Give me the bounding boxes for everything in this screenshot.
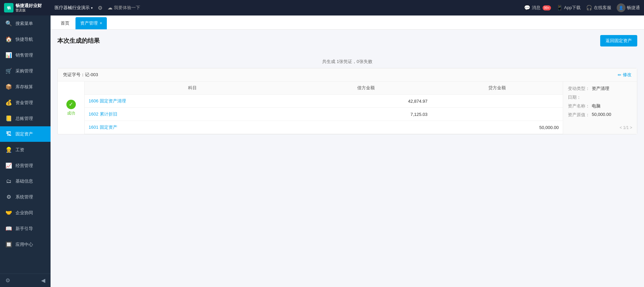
app-download-button[interactable]: 📱 App下载 <box>556 5 581 11</box>
tab-home[interactable]: 首页 <box>56 17 74 29</box>
sidebar-item-quick-nav[interactable]: 🏠 快捷导航 <box>0 31 51 47</box>
ledger-icon: 📒 <box>5 115 12 122</box>
change-type-label: 变动类型： <box>568 86 590 92</box>
sales-icon: 📊 <box>5 52 12 58</box>
subject-cell-1[interactable]: 1602 累计折旧 <box>85 108 300 121</box>
detail-asset-name: 资产名称： 电脑 <box>568 103 632 109</box>
fixed-assets-icon: 🏗 <box>5 131 12 137</box>
voucher-left: ✓ 成功 科目 借方金额 <box>58 82 563 134</box>
edit-voucher-button[interactable]: ✏ 修改 <box>618 72 632 78</box>
phone-icon: 📱 <box>556 5 563 11</box>
debit-cell-1: 7,125.03 <box>300 108 431 121</box>
sidebar: 🔍 搜索菜单 🏠 快捷导航 📊 销售管理 🛒 采购管理 📦 库存核算 💰 资金管… <box>0 15 51 287</box>
tab-close-asset-mgmt[interactable]: × <box>100 21 102 26</box>
guide-icon: 📖 <box>5 225 12 232</box>
quick-nav-icon: 🏠 <box>5 36 12 42</box>
sidebar-item-inventory[interactable]: 📦 库存核算 <box>0 79 51 95</box>
service-icon: 🎧 <box>586 5 592 11</box>
col-debit: 借方金额 <box>300 82 431 95</box>
tabbar: 首页资产管理× <box>51 15 644 30</box>
logo-icon: 畅 <box>4 3 13 12</box>
settings-bottom-icon[interactable]: ⚙ <box>5 277 10 284</box>
change-type-value: 资产清理 <box>592 86 609 92</box>
subject-cell-0[interactable]: 1606 固定资产清理 <box>85 95 300 108</box>
sidebar-item-basic-info[interactable]: 🗂 基础信息 <box>0 173 51 189</box>
guide-label: 新手引导 <box>16 226 33 232</box>
success-text: 成功 <box>67 110 75 116</box>
collapse-icon[interactable]: ◀ <box>41 277 45 284</box>
topbar-settings-icon[interactable]: ⚙ <box>95 3 105 12</box>
asset-name-value: 电脑 <box>592 103 601 109</box>
user-menu[interactable]: 👤 畅捷通 <box>617 3 640 12</box>
messages-button[interactable]: 💬 消息 99+ <box>524 5 551 11</box>
credit-cell-0 <box>432 95 563 108</box>
logo-main: 畅捷通好业财 <box>16 3 42 8</box>
success-circle-icon: ✓ <box>66 100 76 109</box>
sidebar-item-payroll[interactable]: 👷 工资 <box>0 142 51 158</box>
original-value-value: 50,000.00 <box>592 112 611 118</box>
edit-icon: ✏ <box>618 72 621 77</box>
experience-button[interactable]: ☁ 我要体验一下 <box>108 5 140 11</box>
tab-label-home: 首页 <box>61 20 69 26</box>
detail-pagination[interactable]: < 1/1 > <box>568 125 632 130</box>
detail-date: 日期： <box>568 94 632 100</box>
voucher-header: 凭证字号：记-003 ✏ 修改 <box>58 68 637 82</box>
tab-asset-mgmt[interactable]: 资产管理× <box>75 17 107 29</box>
enterprise-label: 企业协同 <box>16 210 33 216</box>
app-logo: 畅 畅捷通好业财 普及版 <box>4 3 55 12</box>
sales-label: 销售管理 <box>16 52 33 58</box>
table-header-row: 科目 借方金额 贷方金额 <box>85 82 563 95</box>
page-content: 本次生成的结果 返回固定资产 共生成 1张凭证，0张失败 凭证字号：记-003 … <box>51 30 644 287</box>
voucher-detail-panel: 变动类型： 资产清理 日期： 资产名称： 电脑 资产原值： <box>563 82 637 134</box>
online-service-button[interactable]: 🎧 在线客服 <box>586 5 611 11</box>
detail-original-value: 资产原值： 50,000.00 <box>568 112 632 118</box>
table-row: 1601 固定资产 50,000.00 <box>85 121 563 134</box>
sidebar-item-operations[interactable]: 📈 经营管理 <box>0 158 51 173</box>
sidebar-item-app-center[interactable]: 🔲 应用中心 <box>0 236 51 252</box>
col-subject: 科目 <box>85 82 300 95</box>
sidebar-item-sales[interactable]: 📊 销售管理 <box>0 47 51 63</box>
purchase-label: 采购管理 <box>16 68 33 74</box>
sidebar-item-purchase[interactable]: 🛒 采购管理 <box>0 63 51 79</box>
sidebar-item-fixed-assets[interactable]: 🏗 固定资产 <box>0 126 51 142</box>
sidebar-item-ledger[interactable]: 📒 总账管理 <box>0 110 51 126</box>
logo-text: 畅捷通好业财 普及版 <box>16 3 42 12</box>
topbar: 畅 畅捷通好业财 普及版 医疗器械行业演示 ▾ ⚙ ☁ 我要体验一下 💬 消息 … <box>0 0 644 15</box>
sidebar-bottom: ⚙ ◀ <box>0 274 51 287</box>
page-header: 本次生成的结果 返回固定资产 <box>57 35 637 46</box>
messages-badge: 99+ <box>543 5 551 10</box>
system-label: 系统管理 <box>16 194 33 200</box>
voucher-table: 科目 借方金额 贷方金额 1606 固定资产清理 42,874.97 1602 … <box>85 82 563 134</box>
enterprise-icon: 🤝 <box>5 210 12 216</box>
col-credit: 贷方金额 <box>432 82 563 95</box>
voucher-content-row: ✓ 成功 科目 借方金额 <box>58 82 563 134</box>
voucher-status-col: ✓ 成功 <box>58 82 85 134</box>
table-header: 科目 借方金额 贷方金额 <box>85 82 563 95</box>
page-title: 本次生成的结果 <box>57 37 100 45</box>
debit-cell-0: 42,874.97 <box>300 95 431 108</box>
search-icon: 🔍 <box>5 20 12 27</box>
finance-label: 资金管理 <box>16 100 33 106</box>
original-value-label: 资产原值： <box>568 112 590 118</box>
sidebar-item-search[interactable]: 🔍 搜索菜单 <box>0 15 51 31</box>
company-selector[interactable]: 医疗器械行业演示 ▾ <box>55 5 93 11</box>
subject-cell-2[interactable]: 1601 固定资产 <box>85 121 300 134</box>
tab-label-asset-mgmt: 资产管理 <box>80 20 98 26</box>
payroll-icon: 👷 <box>5 147 12 153</box>
voucher-table-area: ✓ 成功 科目 借方金额 <box>58 82 637 134</box>
back-to-fixed-assets-button[interactable]: 返回固定资产 <box>600 35 637 46</box>
topbar-right: 💬 消息 99+ 📱 App下载 🎧 在线客服 👤 畅捷通 <box>524 3 640 12</box>
table-body: 1606 固定资产清理 42,874.97 1602 累计折旧 7,125.03… <box>85 95 563 134</box>
app-center-label: 应用中心 <box>16 242 33 248</box>
result-summary: 共生成 1张凭证，0张失败 <box>57 53 637 68</box>
sidebar-item-finance[interactable]: 💰 资金管理 <box>0 95 51 110</box>
quick-nav-label: 快捷导航 <box>16 36 33 42</box>
operations-label: 经营管理 <box>16 163 33 169</box>
avatar: 👤 <box>617 3 625 12</box>
sidebar-item-guide[interactable]: 📖 新手引导 <box>0 221 51 236</box>
purchase-icon: 🛒 <box>5 68 12 74</box>
sidebar-item-enterprise[interactable]: 🤝 企业协同 <box>0 205 51 221</box>
sidebar-item-system[interactable]: ⚙ 系统管理 <box>0 189 51 205</box>
debit-cell-2 <box>300 121 431 134</box>
asset-name-label: 资产名称： <box>568 103 590 109</box>
